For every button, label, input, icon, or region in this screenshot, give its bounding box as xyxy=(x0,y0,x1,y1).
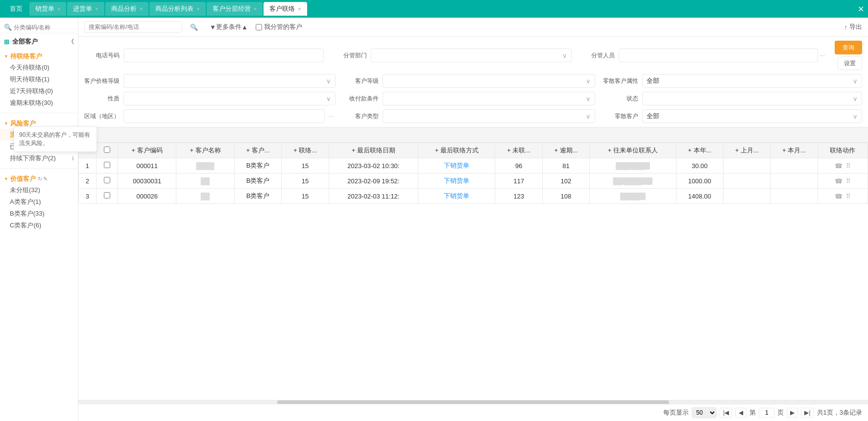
sidebar-item-class-c[interactable]: C类客户(6) xyxy=(0,220,78,231)
last-page-button[interactable]: ▶| xyxy=(801,408,814,418)
person-more-button[interactable]: ··· xyxy=(818,52,827,59)
person-input[interactable] xyxy=(619,49,818,62)
tab-purchase-close[interactable]: × xyxy=(95,6,98,12)
row-2-checkbox[interactable] xyxy=(104,177,110,183)
retail-attr-label: 零散客户属性 xyxy=(603,77,642,85)
sidebar-item-ungrouped[interactable]: 未分组(32) xyxy=(0,184,78,196)
sidebar-all-customers[interactable]: ⊞ 全部客户 《 xyxy=(0,35,78,48)
value-group-refresh-icon[interactable]: ↻ xyxy=(38,176,42,182)
tab-purchase[interactable]: 进货单 × xyxy=(67,2,104,16)
cell-code-3: 000026 xyxy=(118,189,176,204)
tab-customer-contact[interactable]: 客户联络 × xyxy=(264,2,307,16)
my-customers-checkbox[interactable] xyxy=(256,24,262,30)
cell-method-1: 下销货单 xyxy=(418,158,495,173)
phone-input[interactable] xyxy=(123,49,324,62)
cell-contact-1: 15 xyxy=(282,158,329,173)
row-1-checkbox[interactable] xyxy=(104,162,110,168)
tab-sales-close[interactable]: × xyxy=(57,6,60,12)
col-name: + 客户名称 xyxy=(176,143,235,158)
search-button[interactable]: 🔍 xyxy=(186,22,202,33)
more-conditions-button[interactable]: ▼ 更多条件 ▲ xyxy=(206,21,252,33)
prev-page-button[interactable]: ◀ xyxy=(735,408,747,418)
close-all-button[interactable]: ✕ xyxy=(858,4,864,14)
action-menu-icon-2[interactable]: ⠿ xyxy=(846,177,851,185)
cell-action-1: ☎ ⠿ xyxy=(818,158,868,173)
horizontal-scrollbar[interactable] xyxy=(78,400,868,404)
payment-select[interactable]: ∨ xyxy=(383,92,595,105)
price-level-select[interactable]: ∨ xyxy=(123,74,336,88)
filter-field-nature: 性质 ∨ xyxy=(84,92,343,105)
nature-select[interactable]: ∨ xyxy=(123,92,336,105)
sidebar-item-tomorrow[interactable]: 明天待联络(1) xyxy=(0,74,78,85)
tab-home[interactable]: 首页 xyxy=(4,2,28,16)
search-input[interactable] xyxy=(84,21,182,33)
filter-field-payment: 收付款条件 ∨ xyxy=(343,92,603,105)
region-label: 区域（地区） xyxy=(84,112,123,121)
sidebar-group-value-label[interactable]: 价值客户 ↻ ✎ xyxy=(0,173,78,184)
retail-select[interactable]: 全部 ∨ xyxy=(642,109,862,123)
filter-field-customer-type: 客户类型 ∨ xyxy=(343,109,603,123)
tab-customer-segment[interactable]: 客户分层经营 × xyxy=(207,2,263,16)
action-menu-icon-1[interactable]: ⠿ xyxy=(846,162,851,170)
region-more-button[interactable]: ··· xyxy=(327,113,336,120)
level-select[interactable]: ∨ xyxy=(383,74,595,88)
action-menu-icon-3[interactable]: ⠿ xyxy=(846,193,851,200)
tab-customer-contact-close[interactable]: × xyxy=(298,6,301,12)
sidebar-collapse-button[interactable]: 《 xyxy=(68,38,74,46)
cell-thismonth-2 xyxy=(771,173,818,189)
cell-uncontacted-1: 96 xyxy=(495,158,542,173)
next-page-button[interactable]: ▶ xyxy=(787,408,798,418)
declining-info-icon: ℹ xyxy=(72,155,74,162)
filter-field-price-level: 客户价格等级 ∨ xyxy=(84,74,343,88)
select-all-checkbox[interactable] xyxy=(104,147,110,153)
tab-sales[interactable]: 销货单 × xyxy=(29,2,66,16)
col-this-month: + 本月... xyxy=(771,143,818,158)
sidebar-item-class-a[interactable]: A类客户(1) xyxy=(0,196,78,208)
action-phone-icon-2[interactable]: ☎ xyxy=(835,177,843,185)
sidebar-search-input[interactable] xyxy=(14,24,78,31)
col-last-month: + 上月... xyxy=(723,143,770,158)
setting-button[interactable]: 设置 xyxy=(838,56,862,70)
col-last-date: + 最后联络日期 xyxy=(329,143,418,158)
action-phone-icon-1[interactable]: ☎ xyxy=(835,162,843,170)
sidebar-item-7days[interactable]: 近7天待联络(0) xyxy=(0,85,78,97)
tab-analysis[interactable]: 商品分析 × xyxy=(105,2,148,16)
page-number-input[interactable] xyxy=(759,408,774,418)
customer-type-select[interactable]: ∨ xyxy=(383,109,595,123)
pending-group-text: 待联络客户 xyxy=(10,52,42,61)
tab-analysis-close[interactable]: × xyxy=(140,6,143,12)
value-group-edit-icon[interactable]: ✎ xyxy=(43,176,48,182)
action-phone-icon-3[interactable]: ☎ xyxy=(835,193,843,200)
sidebar-group-pending-label[interactable]: 待联络客户 xyxy=(0,50,78,62)
retail-arrow-icon: ∨ xyxy=(853,113,858,120)
tab-analysis-list[interactable]: 商品分析列表 × xyxy=(149,2,205,16)
sidebar-all-label: 全部客户 xyxy=(12,37,38,46)
retail-attr-select[interactable]: 全部 ∨ xyxy=(642,74,862,88)
my-customers-label[interactable]: 我分管的客户 xyxy=(256,23,302,31)
page-size-select[interactable]: 50 100 xyxy=(692,407,717,418)
first-page-button[interactable]: |◀ xyxy=(720,408,732,418)
sidebar-item-class-b[interactable]: B类客户(33) xyxy=(0,208,78,220)
method-link-2[interactable]: 下销货单 xyxy=(444,177,469,184)
cell-name-2: ██ xyxy=(176,173,235,189)
sidebar-item-today[interactable]: 今天待联络(0) xyxy=(0,62,78,74)
query-button[interactable]: 查询 xyxy=(835,41,862,54)
person-label: 分管人员 xyxy=(579,51,619,60)
export-button[interactable]: ↑ 导出 xyxy=(844,23,863,31)
row-3-checkbox[interactable] xyxy=(104,192,110,198)
col-checkbox xyxy=(96,143,118,158)
tab-customer-segment-close[interactable]: × xyxy=(254,6,257,12)
divider-2 xyxy=(0,168,78,169)
table-row: 1 000011 ████ B类客户 15 2023-03-02 10:30: … xyxy=(79,158,868,173)
dept-select[interactable]: ∨ xyxy=(371,49,571,62)
status-select[interactable]: ∨ xyxy=(642,92,862,105)
sidebar-item-declining[interactable]: 持续下滑客户(2) ℹ xyxy=(0,152,78,164)
sidebar-item-overdue[interactable]: 逾期未联络(30) xyxy=(0,97,78,109)
filter-row-2: 客户价格等级 ∨ 客户等级 ∨ 零散客户属性 全部 xyxy=(84,74,862,88)
cell-lastmonth-3 xyxy=(723,189,770,204)
method-link-3[interactable]: 下销货单 xyxy=(444,192,469,199)
tab-analysis-list-close[interactable]: × xyxy=(196,6,199,12)
level-label: 客户等级 xyxy=(343,77,383,85)
method-link-1[interactable]: 下销货单 xyxy=(444,162,469,169)
region-input[interactable] xyxy=(123,109,325,123)
